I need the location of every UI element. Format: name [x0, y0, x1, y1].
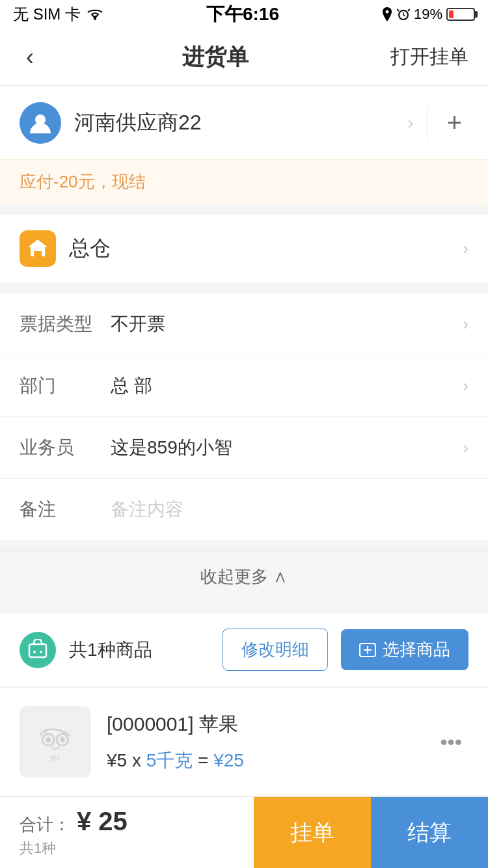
product-section: 共1种商品 修改明细 选择商品	[0, 613, 488, 796]
alert-bar: 应付-20元，现结	[0, 159, 488, 204]
total-label: 合计：	[20, 813, 70, 836]
svg-point-0	[94, 18, 96, 20]
back-button[interactable]: ‹	[20, 37, 40, 77]
nav-bar: ‹ 进货单 打开挂单	[0, 29, 488, 86]
invoice-type-chevron-icon: ›	[463, 314, 468, 334]
product-thumbnail: 督+	[20, 706, 91, 778]
svg-text:督+: 督+	[50, 755, 61, 762]
edit-detail-button[interactable]: 修改明细	[223, 629, 328, 671]
salesperson-value: 这是859的小智	[98, 435, 463, 460]
battery-percent: 19%	[414, 6, 442, 23]
collapse-button[interactable]: 收起更多 ∧	[0, 550, 488, 603]
product-image: 督+	[33, 719, 78, 765]
battery-icon	[446, 8, 475, 21]
department-value: 总 部	[98, 373, 463, 398]
page-title: 进货单	[182, 42, 249, 72]
product-count-label: 共1种商品	[69, 638, 210, 662]
select-product-button[interactable]: 选择商品	[341, 629, 468, 670]
product-price: ¥5 x 5千克 = ¥25	[107, 748, 433, 773]
svg-point-10	[46, 737, 51, 742]
warehouse-chevron-icon: ›	[463, 238, 468, 259]
price-sep: x	[132, 750, 146, 770]
salesperson-row[interactable]: 业务员 这是859的小智 ›	[0, 416, 488, 478]
invoice-type-row[interactable]: 票据类型 不开票 ›	[0, 293, 488, 355]
hang-button[interactable]: 挂单	[254, 797, 371, 868]
supplier-row[interactable]: 河南供应商22 › +	[0, 86, 488, 159]
status-bar: 无 SIM 卡 下午6:16 19%	[0, 0, 488, 29]
status-time: 下午6:16	[206, 2, 279, 27]
svg-rect-3	[34, 251, 42, 256]
warehouse-icon	[20, 230, 56, 267]
product-item: 督+ [0000001] 苹果 ¥5 x 5千克 = ¥25 •••	[0, 687, 488, 796]
location-icon	[381, 7, 393, 21]
product-count-icon	[20, 632, 56, 668]
carrier-label: 无 SIM 卡	[13, 4, 81, 25]
main-content: 河南供应商22 › + 应付-20元，现结 总仓 › 票据类型 不开票 ›	[0, 86, 488, 868]
total-row: 合计： ¥ 25	[20, 807, 234, 836]
warehouse-name: 总仓	[69, 234, 463, 263]
supplier-name: 河南供应商22	[74, 109, 407, 137]
supplier-section: 河南供应商22 › + 应付-20元，现结	[0, 86, 488, 204]
status-right: 19%	[381, 6, 475, 23]
quantity: 5千克	[146, 750, 193, 770]
status-left: 无 SIM 卡	[13, 4, 104, 25]
form-section: 票据类型 不开票 › 部门 总 部 › 业务员 这是859的小智 › 备注 备注…	[0, 293, 488, 540]
svg-point-5	[33, 651, 36, 653]
add-button[interactable]: +	[441, 102, 468, 144]
svg-point-6	[40, 651, 42, 653]
product-header: 共1种商品 修改明细 选择商品	[0, 613, 488, 687]
house-icon	[26, 237, 49, 260]
footer: 合计： ¥ 25 共1种 挂单 结算	[0, 796, 488, 868]
department-chevron-icon: ›	[463, 375, 468, 396]
avatar-icon	[27, 110, 53, 136]
supplier-avatar	[20, 102, 61, 144]
invoice-type-value: 不开票	[98, 312, 463, 336]
checkout-button[interactable]: 结算	[371, 797, 488, 868]
total: ¥25	[213, 750, 244, 770]
invoice-type-label: 票据类型	[20, 312, 98, 336]
salesperson-chevron-icon: ›	[463, 437, 468, 458]
total-amount: ¥ 25	[77, 807, 128, 836]
remark-input[interactable]: 备注内容	[98, 497, 468, 522]
total-sub: 共1种	[20, 839, 234, 858]
open-hang-button[interactable]: 打开挂单	[390, 44, 468, 70]
svg-point-11	[60, 737, 65, 742]
unit-price: ¥5	[107, 750, 127, 770]
alert-text: 应付-20元，现结	[20, 172, 146, 191]
remark-label: 备注	[20, 497, 98, 522]
divider	[427, 107, 427, 139]
wifi-icon	[86, 8, 104, 21]
department-label: 部门	[20, 373, 98, 398]
cart-icon	[27, 639, 49, 661]
select-product-label: 选择商品	[383, 638, 450, 661]
supplier-chevron-icon: ›	[407, 113, 413, 133]
department-row[interactable]: 部门 总 部 ›	[0, 355, 488, 416]
equals-sep: =	[198, 750, 213, 770]
product-info: [0000001] 苹果 ¥5 x 5千克 = ¥25	[107, 711, 433, 773]
salesperson-label: 业务员	[20, 435, 98, 460]
more-button[interactable]: •••	[433, 724, 468, 761]
warehouse-row[interactable]: 总仓 ›	[0, 215, 488, 282]
alarm-icon	[397, 8, 410, 21]
remark-row[interactable]: 备注 备注内容	[0, 478, 488, 540]
svg-rect-4	[29, 644, 46, 657]
product-name: [0000001] 苹果	[107, 711, 433, 738]
warehouse-section[interactable]: 总仓 ›	[0, 215, 488, 282]
select-product-icon	[359, 643, 376, 657]
footer-total: 合计： ¥ 25 共1种	[0, 797, 254, 868]
